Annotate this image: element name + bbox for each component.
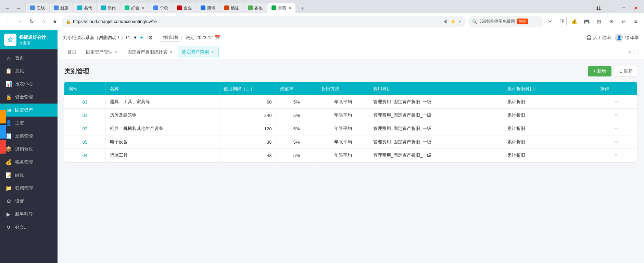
th-actions: 操作 [596, 82, 637, 95]
wallet-icon[interactable]: 💰 [569, 17, 579, 26]
address-bar[interactable]: 🔒 https://cloud.chanjet.com/accounting/u… [62, 16, 466, 27]
code-link-0[interactable]: 03 [83, 99, 87, 105]
browser-tab-2[interactable]: 新版 [50, 3, 73, 13]
translate-icon[interactable]: 译 [558, 17, 567, 26]
back-btn[interactable]: ← [3, 17, 13, 26]
sidebar-item-fixed-assets[interactable]: 🖥 固定资产 [0, 104, 58, 117]
sidebar-item-ledger[interactable]: 📋 总账 [0, 64, 58, 77]
close-tab-stats[interactable]: ✕ [169, 50, 173, 55]
sidebar-item-invoice[interactable]: 🧾 发票管理 [0, 130, 58, 143]
user-info[interactable]: 👤 徐泽华 [615, 34, 639, 42]
sidebar-item-settings[interactable]: ⚙ 设置 [0, 195, 58, 208]
sidebar-item-home[interactable]: ⌂ 首页 [0, 51, 58, 64]
page-tab-depreciation-stats[interactable]: 固定资产折旧统计表 ✕ [123, 47, 177, 58]
edit-icon-3[interactable]: ✏ [615, 139, 619, 145]
cell-code-4[interactable]: 04 [64, 149, 106, 162]
close-tab-category[interactable]: ✕ [211, 50, 214, 54]
restore-btn[interactable]: □ [619, 3, 628, 13]
old-version-btn[interactable]: 切到旧版 [159, 34, 181, 41]
account-dropdown[interactable]: ▼ [133, 35, 137, 40]
browser-tab-4[interactable]: 易代 [97, 3, 120, 13]
search-bar[interactable]: 🔍 360智能抠图免费用 热搜 [468, 16, 543, 27]
refresh-btn[interactable]: C 刷新 [615, 66, 637, 77]
side-icon-1 [0, 110, 6, 123]
lock-icon: 🔒 [66, 19, 71, 24]
cell-edit-4[interactable]: ✏ [596, 149, 637, 162]
sidebar-item-reports[interactable]: 📊 报表中心 [0, 77, 58, 91]
cell-method-3: 年限平均 [317, 135, 369, 149]
browser-tab-7[interactable]: 企业 [173, 3, 196, 13]
service-btn[interactable]: 🎧 人工咨询 [586, 35, 611, 41]
page-tab-fixed-assets-mgmt[interactable]: 固定资产管理 ✕ [81, 47, 122, 58]
cell-method-2: 年限平均 [317, 122, 369, 135]
sidebar-item-tax[interactable]: 💰 税务管理 [0, 156, 58, 169]
close-window-icon[interactable]: ✕ [628, 49, 632, 55]
browser-tab-8[interactable]: 腾讯 [197, 3, 219, 13]
code-link-1[interactable]: 01 [83, 113, 87, 118]
browser-tab-6[interactable]: 个税 [149, 3, 172, 13]
cell-code-1[interactable]: 01 [64, 109, 106, 122]
add-btn[interactable]: + 新增 [588, 66, 611, 76]
cell-name-1: 房屋及建筑物 [106, 109, 219, 122]
browser-tab-1[interactable]: 在线 [26, 3, 49, 13]
browser-tab-9[interactable]: 畅提 [220, 3, 243, 13]
close-tab-11[interactable]: ✕ [288, 6, 291, 10]
code-link-2[interactable]: 02 [83, 126, 87, 131]
home-btn[interactable]: ⌂ [38, 17, 48, 26]
sidebar-item-guide[interactable]: ▶ 新手引导 [0, 208, 58, 221]
undo-icon[interactable]: ↩ [619, 17, 628, 26]
browser-tab-3[interactable]: 易代 [73, 3, 96, 13]
close-btn[interactable]: ✕ [631, 3, 641, 13]
cut-icon[interactable]: ✂ [545, 17, 555, 26]
tab-label-8: 腾讯 [207, 5, 215, 11]
sidebar-item-checkout[interactable]: 📝 结账 [0, 169, 58, 182]
browser-tab-10[interactable]: 各地 [244, 3, 267, 13]
code-link-3[interactable]: 05 [83, 140, 87, 145]
settings-gear-btn[interactable]: ⚙ [146, 34, 155, 41]
menu-icon[interactable]: ≡ [631, 17, 641, 26]
cell-edit-0[interactable]: ✏ [596, 95, 637, 109]
page-tab-home[interactable]: 首页 [63, 47, 81, 58]
sidebar-item-archive[interactable]: 📁 归档管理 [0, 182, 58, 195]
grid-icon[interactable]: ⊞ [594, 17, 604, 26]
browser-tab-5[interactable]: 好会 ✕ [121, 3, 149, 13]
cell-code-3[interactable]: 05 [64, 135, 106, 149]
tab-label-9: 畅提 [231, 5, 239, 11]
sidebar-item-payroll[interactable]: 👤 工资 [0, 117, 58, 130]
cell-months-4: 48 [219, 149, 276, 162]
new-tab-btn[interactable]: + [298, 3, 307, 13]
expand-icon[interactable]: ⛶ [634, 49, 639, 55]
cell-edit-2[interactable]: ✏ [596, 122, 637, 135]
cell-edit-3[interactable]: ✏ [596, 135, 637, 149]
sidebar-item-inventory[interactable]: 📦 进销台账 [0, 143, 58, 156]
sidebar-item-funds[interactable]: 🔒 资金管理 [0, 91, 58, 104]
cell-accumulated-4: 累计折旧 [503, 149, 596, 162]
add-account-icon[interactable]: + [140, 35, 143, 41]
nav-back[interactable]: ← [3, 3, 12, 13]
code-link-4[interactable]: 04 [83, 153, 87, 158]
payroll-icon: 👤 [5, 120, 12, 126]
bookmark-btn[interactable]: ★ [50, 17, 60, 26]
calendar-icon[interactable]: 📅 [215, 35, 220, 40]
cell-code-2[interactable]: 02 [64, 122, 106, 135]
app-name: 畅捷通好会计 [19, 34, 46, 40]
cell-code-0[interactable]: 03 [64, 95, 106, 109]
edit-icon-1[interactable]: ✏ [615, 112, 619, 118]
edit-icon-4[interactable]: ✏ [615, 153, 619, 158]
minimize-btn[interactable]: ⎯ [606, 3, 616, 13]
nav-forward[interactable]: → [14, 3, 23, 13]
browser-tab-11[interactable]: 目前 ✕ [267, 3, 295, 13]
edit-icon-2[interactable]: ✏ [615, 126, 619, 131]
theme-icon[interactable]: ☀ [606, 17, 616, 26]
reload-btn[interactable]: ↻ [27, 17, 36, 26]
game-icon[interactable]: 🎮 [582, 17, 591, 26]
sidebar-item-more[interactable]: V 好会... [0, 221, 58, 234]
edit-icon-0[interactable]: ✏ [615, 99, 619, 105]
close-tab-mgmt[interactable]: ✕ [115, 50, 118, 55]
cell-edit-1[interactable]: ✏ [596, 109, 637, 122]
page-tab-asset-category[interactable]: 固定资产类别 ✕ [178, 47, 218, 58]
forward-btn[interactable]: → [15, 17, 25, 26]
sidebar-label-payroll: 工资 [15, 120, 24, 126]
sidebar-label-ledger: 总账 [15, 68, 24, 74]
close-tab-5[interactable]: ✕ [141, 6, 144, 10]
